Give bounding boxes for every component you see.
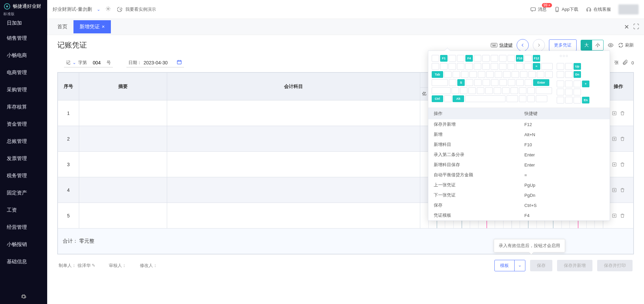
cell-abstract[interactable] — [79, 100, 167, 126]
nav-item[interactable]: 经营管理 — [0, 219, 47, 236]
user-avatar[interactable] — [618, 4, 639, 14]
nav-item[interactable]: 采购管理 — [0, 81, 47, 98]
next-voucher-button[interactable] — [533, 39, 545, 51]
workspace-dropdown-icon[interactable]: ⌄ — [97, 7, 100, 12]
shortcut-op: 下一张凭证 — [428, 190, 519, 200]
shortcut-label: 快捷键 — [499, 42, 513, 48]
shortcut-op: 保存 — [428, 200, 519, 210]
svg-rect-13 — [177, 60, 181, 64]
shortcut-op: 录入第二条分录 — [428, 150, 519, 160]
cell-index: 3 — [58, 152, 79, 177]
main: 好业财测试-量勿删 ⌄ 我要看实例演示 消息 99 + App下载 — [47, 0, 644, 304]
nav-item[interactable]: 销售管理 — [0, 30, 47, 47]
template-dropdown-icon[interactable]: ⌄ — [514, 260, 525, 271]
refresh-label: 刷新 — [625, 42, 634, 48]
nav-item-cut[interactable]: 日加加 — [0, 19, 47, 30]
add-row-icon[interactable] — [612, 213, 617, 218]
nav-item[interactable]: 资金管理 — [0, 116, 47, 133]
th-index: 序号 — [58, 73, 79, 100]
attachment-icon[interactable] — [622, 59, 628, 66]
shortcut-row: 凭证模板F4 — [428, 210, 610, 220]
shortcut-list: 操作 快捷键 保存并新增F12新增Alt+N新增科目F10录入第二条分录Ente… — [428, 108, 610, 220]
add-row-icon[interactable] — [612, 162, 617, 167]
calendar-icon[interactable] — [177, 59, 182, 66]
delete-row-icon[interactable] — [620, 213, 625, 218]
shortcut-key: PgUp — [519, 180, 610, 190]
tab-new-voucher[interactable]: 新增凭证× — [73, 20, 111, 33]
cell-subject[interactable] — [167, 126, 420, 152]
zhang-label: 张 — [614, 60, 619, 66]
voucher-type-dropdown-icon[interactable]: ⌄ — [72, 60, 76, 65]
cell-subject[interactable] — [167, 203, 420, 229]
more-vouchers-button[interactable]: 更多凭证 — [549, 39, 577, 51]
hao-label: 号 — [106, 60, 111, 66]
size-large[interactable]: 大 — [581, 40, 592, 50]
cell-subject[interactable] — [167, 177, 420, 203]
delete-row-icon[interactable] — [620, 187, 625, 193]
preview-icon[interactable] — [608, 42, 614, 48]
shortcut-button[interactable]: 快捷键 — [491, 42, 513, 48]
app-download-button[interactable]: App下载 — [554, 6, 578, 12]
shortcut-panel: F1F4F10F12 = Tab SEnter CtrlA — [428, 51, 610, 221]
nav-item[interactable]: 小畅电商 — [0, 47, 47, 64]
add-row-icon[interactable] — [612, 187, 617, 193]
cell-subject[interactable] — [167, 152, 420, 177]
shortcut-row: 上一张凭证PgUp — [428, 180, 610, 190]
cell-subject[interactable] — [167, 100, 420, 126]
edit-maker-icon[interactable]: ✎ — [92, 263, 95, 268]
add-row-icon[interactable] — [612, 111, 617, 116]
shortcut-row: 保存Ctrl+S — [428, 200, 610, 210]
messages-button[interactable]: 消息 99 + — [530, 6, 547, 12]
workspace-name[interactable]: 好业财测试-量勿删 — [53, 6, 92, 12]
cell-abstract[interactable] — [79, 177, 167, 203]
nav-item[interactable]: 总账管理 — [0, 133, 47, 150]
demo-link[interactable]: 我要看实例演示 — [117, 6, 156, 12]
voucher-type-label: 记 — [66, 60, 70, 66]
delete-row-icon[interactable] — [620, 136, 625, 142]
voucher-number-input[interactable] — [89, 60, 104, 65]
keyboard-visual: F1F4F10F12 = Tab SEnter CtrlA — [428, 51, 610, 108]
shortcut-key: Ctrl+S — [519, 200, 610, 210]
nav-item[interactable]: 发票管理 — [0, 150, 47, 167]
nav-item[interactable]: 小畅报销 — [0, 236, 47, 253]
shortcut-op: 凭证模板 — [428, 210, 519, 220]
svg-point-5 — [557, 10, 557, 11]
close-all-tabs-icon[interactable]: ✕ — [624, 23, 629, 31]
shortcut-op: 自动平衡借贷方金额 — [428, 170, 519, 180]
nav-item[interactable]: 电商管理 — [0, 64, 47, 81]
brand-logo: 畅捷通好业财 — [0, 0, 47, 13]
nav-item[interactable]: 库存核算 — [0, 98, 47, 116]
svg-point-2 — [107, 8, 109, 10]
svg-point-12 — [610, 44, 612, 46]
close-icon[interactable]: × — [102, 24, 105, 29]
date-input[interactable] — [144, 60, 175, 65]
refresh-button[interactable]: 刷新 — [618, 42, 634, 48]
delete-row-icon[interactable] — [620, 162, 625, 167]
nav-item[interactable]: 税务管理 — [0, 167, 47, 184]
nav-item[interactable]: 工资 — [0, 202, 47, 219]
svg-rect-6 — [491, 43, 497, 47]
shortcut-row: 新增Alt+N — [428, 129, 610, 140]
shortcut-row: 新增科目保存Enter — [428, 160, 610, 170]
shortcut-key: Enter — [519, 150, 610, 160]
cell-abstract[interactable] — [79, 126, 167, 152]
nav-item[interactable]: 基础信息 — [0, 253, 47, 270]
settings-gear-icon[interactable] — [0, 290, 47, 304]
cell-abstract[interactable] — [79, 152, 167, 177]
shortcut-row: 自动平衡借贷方金额= — [428, 170, 610, 180]
prev-voucher-button[interactable] — [517, 39, 529, 51]
date-label: 日期： — [128, 60, 142, 66]
svg-rect-3 — [531, 7, 535, 10]
size-small[interactable]: 小 — [592, 40, 603, 50]
fullscreen-icon[interactable]: ⛶ — [633, 23, 639, 30]
tab-home[interactable]: 首页 — [51, 20, 73, 33]
template-label[interactable]: 模板 — [495, 260, 514, 271]
nav-item[interactable]: 固定资产 — [0, 184, 47, 202]
cell-abstract[interactable] — [79, 203, 167, 229]
delete-row-icon[interactable] — [620, 111, 625, 116]
workspace-config-icon[interactable] — [105, 6, 111, 13]
maker-label: 制单人： — [59, 263, 76, 268]
add-row-icon[interactable] — [612, 136, 617, 142]
service-button[interactable]: 在线客服 — [586, 6, 611, 12]
total-label: 合计： — [63, 238, 78, 244]
